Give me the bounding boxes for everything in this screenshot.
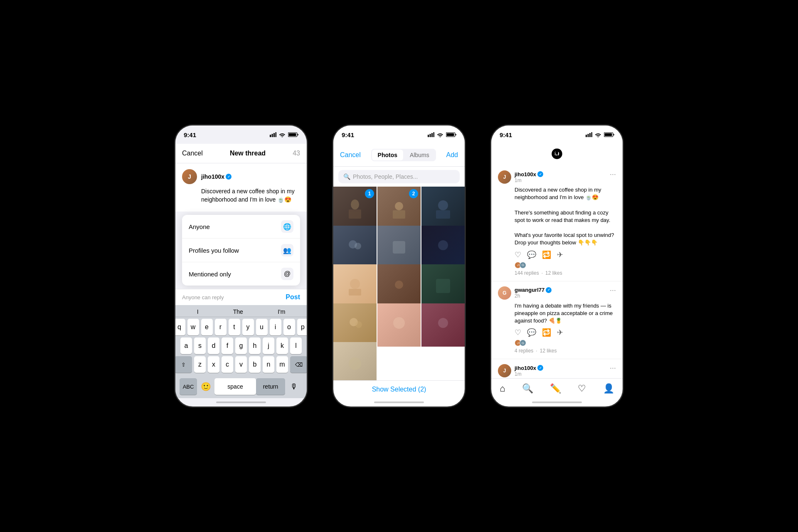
comment-button-2[interactable]: 💬 [527, 328, 536, 337]
battery-icon-3 [604, 132, 614, 137]
photo-cell-6[interactable] [421, 226, 465, 269]
repost-button-2[interactable]: 🔁 [542, 328, 551, 337]
nav-search-icon[interactable]: 🔍 [522, 383, 533, 394]
reply-option-follow-label: Profiles you follow [189, 247, 239, 254]
suggestion-the[interactable]: The [233, 308, 243, 315]
key-o[interactable]: o [283, 319, 295, 335]
feed-meta-2: 2h [515, 293, 552, 299]
cancel-button[interactable]: Cancel [182, 150, 203, 157]
key-r[interactable]: r [215, 319, 227, 335]
feed-user-info-2: G gwangurl77 ✓ 2h [498, 286, 552, 300]
svg-rect-15 [393, 210, 405, 219]
svg-rect-7 [430, 134, 431, 137]
svg-rect-3 [276, 132, 277, 137]
keyboard-bottom: ABC 🙂 space return 🎙 [175, 377, 307, 398]
share-button-1[interactable]: ✈ [557, 250, 563, 259]
photo-cell-3[interactable] [421, 187, 465, 230]
thread-user-row: J jiho100x ✓ [182, 169, 300, 184]
key-l[interactable]: l [290, 337, 302, 354]
key-d[interactable]: d [208, 337, 219, 354]
comment-button-1[interactable]: 💬 [527, 250, 536, 259]
more-button-2[interactable]: ··· [610, 286, 616, 294]
key-g[interactable]: g [235, 337, 247, 354]
key-a[interactable]: a [180, 337, 192, 354]
nav-activity-icon[interactable]: ♡ [578, 383, 586, 394]
photo-cell-9[interactable] [421, 264, 465, 308]
more-button-1[interactable]: ··· [610, 170, 616, 178]
key-p[interactable]: p [297, 319, 308, 335]
feed-reply-avatars-2: J G [515, 340, 616, 346]
post-button[interactable]: Post [286, 293, 300, 301]
svg-point-16 [438, 200, 448, 210]
svg-point-29 [438, 318, 448, 328]
key-space[interactable]: space [214, 378, 256, 395]
photo-cell-8[interactable] [377, 264, 421, 308]
key-delete[interactable]: ⌫ [290, 356, 308, 373]
key-v[interactable]: v [235, 356, 247, 373]
photo-cell-5[interactable] [377, 226, 421, 269]
nav-profile-icon[interactable]: 👤 [603, 383, 614, 394]
key-n[interactable]: n [263, 356, 274, 373]
suggestion-i[interactable]: I [197, 308, 199, 315]
picker-cancel-button[interactable]: Cancel [340, 151, 361, 159]
tab-photos[interactable]: Photos [372, 150, 403, 160]
photo-cell-13[interactable] [333, 342, 377, 380]
more-button-3[interactable]: ··· [610, 364, 616, 372]
photo-cell-7[interactable] [333, 264, 377, 308]
picker-add-button[interactable]: Add [446, 151, 458, 159]
key-u[interactable]: u [256, 319, 268, 335]
key-y[interactable]: y [242, 319, 254, 335]
show-selected-button[interactable]: Show Selected (2) [372, 386, 426, 393]
nav-home-icon[interactable]: ⌂ [500, 383, 505, 394]
wifi-icon [279, 132, 286, 137]
key-b[interactable]: b [249, 356, 261, 373]
keyboard-suggestions: I The I'm [175, 305, 307, 317]
key-emoji[interactable]: 🙂 [197, 378, 214, 395]
reply-option-mentioned[interactable]: Mentioned only @ [182, 262, 300, 286]
key-c[interactable]: c [222, 356, 233, 373]
tab-albums[interactable]: Albums [404, 150, 435, 160]
svg-rect-34 [591, 132, 593, 137]
like-button-2[interactable]: ♡ [515, 328, 521, 337]
key-j[interactable]: j [263, 337, 274, 354]
key-f[interactable]: f [222, 337, 233, 354]
reply-option-anyone[interactable]: Anyone 🌐 [182, 215, 300, 239]
photo-cell-1[interactable]: 1 [333, 187, 377, 230]
reply-option-follow[interactable]: Profiles you follow 👥 [182, 239, 300, 262]
key-h[interactable]: h [249, 337, 261, 354]
svg-point-22 [350, 279, 360, 289]
key-t[interactable]: t [229, 319, 240, 335]
photo-cell-2[interactable]: 2 [377, 187, 421, 230]
key-shift[interactable]: ⇧ [175, 356, 192, 373]
search-placeholder[interactable]: Photos, People, Places... [353, 173, 418, 180]
key-k[interactable]: k [276, 337, 288, 354]
svg-rect-32 [588, 134, 589, 137]
key-w[interactable]: w [187, 319, 199, 335]
photo-cell-4[interactable] [333, 226, 377, 269]
key-s[interactable]: s [194, 337, 206, 354]
key-z[interactable]: z [194, 356, 206, 373]
photo-grid: 1 2 [333, 187, 465, 380]
thread-content[interactable]: Discovered a new coffee shop in my neigh… [201, 187, 300, 212]
battery-icon-2 [446, 132, 456, 137]
like-button-1[interactable]: ♡ [515, 250, 521, 259]
photo-cell-12[interactable] [421, 303, 465, 347]
feed-post-1: J jiho100x ✓ 1m ··· Discovered a new cof… [491, 165, 623, 281]
feed-username-3: jiho100x ✓ [515, 365, 543, 371]
key-return[interactable]: return [256, 378, 285, 395]
key-m[interactable]: m [276, 356, 288, 373]
nav-compose-icon[interactable]: ✏️ [550, 383, 561, 394]
key-q[interactable]: q [175, 319, 185, 335]
key-e[interactable]: e [201, 319, 213, 335]
key-abc[interactable]: ABC [180, 378, 197, 395]
key-mic[interactable]: 🎙 [285, 378, 303, 395]
photo-cell-10[interactable] [333, 303, 377, 347]
suggestion-im[interactable]: I'm [278, 308, 285, 315]
key-i[interactable]: i [270, 319, 281, 335]
threads-logo: @ [550, 147, 564, 160]
repost-button-1[interactable]: 🔁 [542, 250, 551, 259]
home-bar-2 [333, 398, 465, 406]
share-button-2[interactable]: ✈ [557, 328, 563, 337]
key-x[interactable]: x [208, 356, 219, 373]
photo-cell-11[interactable] [377, 303, 421, 347]
